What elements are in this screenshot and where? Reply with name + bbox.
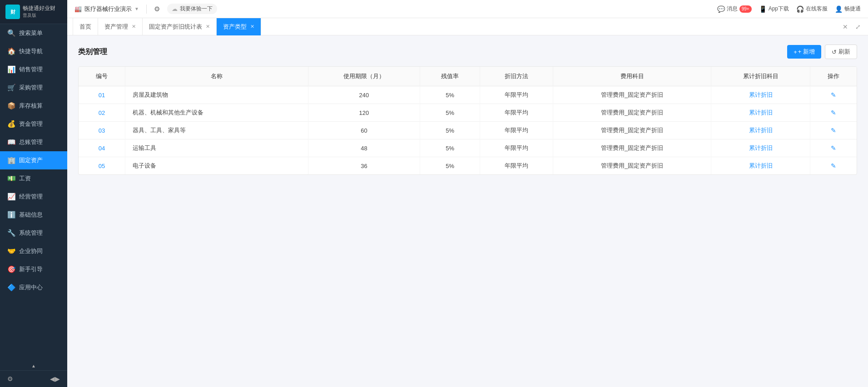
page-title: 类别管理 [78,47,107,57]
sidebar-item-sales[interactable]: 📊 销售管理 [0,60,67,79]
sidebar-item-label: 采购管理 [19,84,43,92]
message-badge: 99+ [739,5,752,13]
edit-action[interactable]: ✎ [810,86,857,104]
experience-btn[interactable]: ☁ 我要体验一下 [167,4,217,14]
cell-0[interactable]: 02 [79,104,125,122]
sidebar-item-label: 基础信息 [19,211,43,219]
customer-service-btn[interactable]: 🎧 在线客服 [796,5,828,13]
experience-label: 我要体验一下 [180,5,213,13]
edit-action[interactable]: ✎ [810,122,857,139]
guide-icon: 🎯 [7,265,15,273]
refresh-button[interactable]: ↺ 刷新 [825,45,857,59]
close-tab-icon[interactable]: ✕ [841,22,850,31]
cell-2: 48 [308,139,420,157]
col-header: 操作 [810,67,857,86]
new-button[interactable]: + + 新增 [787,45,821,59]
download-icon: 📱 [759,5,767,13]
cell-2: 240 [308,86,420,104]
sidebar-item-ledger[interactable]: 📖 总账管理 [0,133,67,151]
enterprise-icon: 🤝 [7,247,15,255]
cell-6: 累计折旧 [711,157,810,175]
tab-label-1: 资产管理 [104,23,128,31]
sidebar-item-purchase[interactable]: 🛒 采购管理 [0,79,67,97]
sidebar: 财 畅捷通好业财 普及版 🔍 搜索菜单 🏠 快捷导航 📊 销售管理 🛒 采购管理… [0,0,67,387]
tab-3[interactable]: 资产类型✕ [217,18,261,35]
funds-icon: 💰 [7,120,15,128]
module-selector[interactable]: 🏭 医疗器械行业演示 ▼ [74,5,139,13]
sidebar-item-label: 快捷导航 [19,47,43,55]
cell-0[interactable]: 05 [79,157,125,175]
sidebar-scroll-up[interactable]: ▲ [0,362,67,370]
sidebar-item-label: 资金管理 [19,120,43,128]
app-download-btn[interactable]: 📱 App下载 [759,5,789,13]
logo-icon: 财 [5,5,20,19]
tab-label-2: 固定资产折旧统计表 [149,23,202,31]
sidebar-item-label: 工资 [19,174,31,183]
cell-0[interactable]: 04 [79,139,125,157]
sidebar-item-label: 系统管理 [19,229,43,237]
sidebar-item-enterprise[interactable]: 🤝 企业协同 [0,242,67,260]
col-header: 使用期限（月） [308,67,420,86]
maximize-icon[interactable]: ⤢ [853,22,863,31]
cell-5: 管理费用_固定资产折旧 [553,104,711,122]
cell-5: 管理费用_固定资产折旧 [553,86,711,104]
message-icon: 💬 [717,5,725,13]
tab-0[interactable]: 首页 [73,18,98,35]
cell-0[interactable]: 01 [79,86,125,104]
sidebar-item-search[interactable]: 🔍 搜索菜单 [0,24,67,42]
user-btn[interactable]: 👤 畅捷通 [835,5,861,13]
tab-2[interactable]: 固定资产折旧统计表✕ [143,18,217,35]
tab-close-2[interactable]: ✕ [206,24,210,30]
collapse-icon[interactable]: ◀▶ [50,375,60,382]
col-header: 残值率 [420,67,480,86]
tab-close-3[interactable]: ✕ [250,24,254,30]
sidebar-item-wages[interactable]: 💵 工资 [0,169,67,188]
edit-action[interactable]: ✎ [810,139,857,157]
cell-2: 120 [308,104,420,122]
search-icon: 🔍 [7,29,15,37]
main-area: 🏭 医疗器械行业演示 ▼ ⚙ ☁ 我要体验一下 💬 消息 99+ 📱 App下载 [67,0,868,387]
plus-icon: + [794,49,797,55]
col-header: 累计折旧科目 [711,67,810,86]
sidebar-item-operations[interactable]: 📈 经营管理 [0,188,67,206]
topbar: 🏭 医疗器械行业演示 ▼ ⚙ ☁ 我要体验一下 💬 消息 99+ 📱 App下载 [67,0,868,18]
tab-1[interactable]: 资产管理✕ [98,18,143,35]
cell-0[interactable]: 03 [79,122,125,139]
sidebar-item-appcenter[interactable]: 🔷 应用中心 [0,278,67,297]
logo-text-block: 畅捷通好业财 普及版 [23,5,55,19]
data-table: 编号名称使用期限（月）残值率折旧方法费用科目累计折旧科目操作 01房屋及建筑物2… [78,66,857,175]
cell-4: 年限平均 [480,86,553,104]
edit-action[interactable]: ✎ [810,157,857,175]
message-btn[interactable]: 💬 消息 99+ [717,5,752,13]
system-icon: 🔧 [7,229,15,237]
table-row: 03器具、工具、家具等605%年限平均管理费用_固定资产折旧累计折旧✎ [79,122,857,139]
edit-action[interactable]: ✎ [810,104,857,122]
sidebar-item-fixed[interactable]: 🏢 固定资产 [0,151,67,169]
sidebar-item-inventory[interactable]: 📦 库存核算 [0,97,67,115]
col-header: 编号 [79,67,125,86]
sidebar-item-quicknav[interactable]: 🏠 快捷导航 [0,42,67,60]
tab-close-1[interactable]: ✕ [132,24,136,30]
cell-5: 管理费用_固定资产折旧 [553,122,711,139]
sidebar-item-system[interactable]: 🔧 系统管理 [0,224,67,242]
user-label: 畅捷通 [844,5,861,13]
appcenter-icon: 🔷 [7,283,15,292]
cell-4: 年限平均 [480,157,553,175]
sidebar-item-label: 固定资产 [19,156,43,164]
topbar-right: 💬 消息 99+ 📱 App下载 🎧 在线客服 👤 畅捷通 [717,5,861,13]
sidebar-item-funds[interactable]: 💰 资金管理 [0,115,67,133]
cell-1: 器具、工具、家具等 [125,122,308,139]
tabs-bar-right: ✕ ⤢ [841,22,863,31]
cell-3: 5% [420,104,480,122]
settings-icon[interactable]: ⚙ [7,375,13,382]
inventory-icon: 📦 [7,102,15,110]
refresh-icon: ↺ [832,49,837,55]
sidebar-item-label: 经营管理 [19,193,43,201]
module-icon: 🏭 [74,5,82,12]
sidebar-nav: 🔍 搜索菜单 🏠 快捷导航 📊 销售管理 🛒 采购管理 📦 库存核算 💰 资金管… [0,24,67,362]
topbar-settings-icon[interactable]: ⚙ [154,5,160,13]
app-logo: 财 畅捷通好业财 普及版 [0,0,67,24]
quicknav-icon: 🏠 [7,47,15,55]
sidebar-item-guide[interactable]: 🎯 新手引导 [0,260,67,278]
sidebar-item-basicinfo[interactable]: ℹ️ 基础信息 [0,206,67,224]
